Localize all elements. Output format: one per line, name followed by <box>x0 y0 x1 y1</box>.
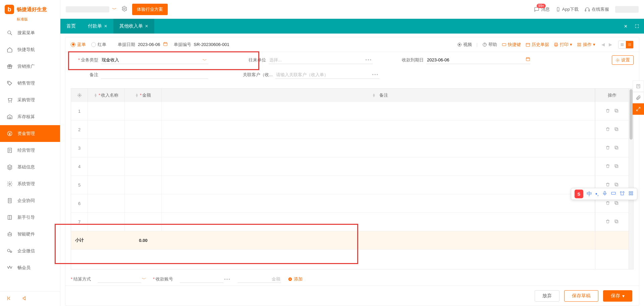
scrollbar-thumb[interactable] <box>630 89 633 140</box>
calendar-icon[interactable] <box>163 42 168 47</box>
edge-expand-icon[interactable] <box>633 103 644 115</box>
save-draft-button[interactable]: 保存草稿 <box>564 290 598 302</box>
sidebar-item-hardware[interactable]: 智能硬件 <box>0 226 60 243</box>
sidebar-item-basic[interactable]: 基础信息 <box>0 159 60 175</box>
edge-attachment-icon[interactable] <box>633 92 644 103</box>
table-row[interactable]: 5 <box>71 176 595 194</box>
sidebar-item-quicknav[interactable]: 快捷导航 <box>0 41 60 58</box>
fullscreen-icon[interactable] <box>633 22 641 30</box>
sound-icon[interactable] <box>22 296 28 302</box>
copy-row-icon[interactable] <box>614 201 619 206</box>
delete-row-icon[interactable] <box>605 145 610 151</box>
messages-button[interactable]: 99+ 消息 <box>534 6 550 12</box>
relcust-input[interactable] <box>275 71 379 79</box>
copy-row-icon[interactable] <box>614 127 619 133</box>
customer-service-button[interactable]: 在线客服 <box>585 6 609 12</box>
ime-mic-icon[interactable] <box>602 191 607 197</box>
sidebar-item-system[interactable]: 系统管理 <box>0 175 60 192</box>
account-input[interactable] <box>180 275 223 283</box>
help-button[interactable]: 帮助 <box>482 42 497 48</box>
delete-row-icon[interactable] <box>605 201 610 206</box>
print-button[interactable]: 打印▾ <box>554 42 572 48</box>
sidebar-item-coop[interactable]: 企业协同 <box>0 192 60 209</box>
copy-row-icon[interactable] <box>614 145 619 151</box>
sidebar-item-wecom[interactable]: 企业微信 <box>0 243 60 259</box>
delete-row-icon[interactable] <box>605 127 610 133</box>
chevron-down-icon[interactable]: ﹀ <box>203 57 207 63</box>
sidebar-item-vip[interactable]: 畅会员 <box>0 259 60 276</box>
ime-toolbox-icon[interactable] <box>628 191 634 197</box>
ime-toolbar[interactable]: S 中 •, <box>571 188 637 200</box>
view-compact-icon[interactable] <box>626 41 633 48</box>
view-list-icon[interactable] <box>619 41 626 48</box>
chevron-down-icon[interactable]: ﹀ <box>142 276 146 282</box>
copy-row-icon[interactable] <box>614 219 619 225</box>
col-remark[interactable]: ▲▼ 备注 <box>162 89 595 102</box>
sidebar-item-marketing[interactable]: 营销推广 <box>0 58 60 75</box>
table-row[interactable]: 6 <box>71 194 595 213</box>
tab-payment[interactable]: 付款单✕ <box>82 19 113 34</box>
history-button[interactable]: 历史单据 <box>526 42 549 48</box>
form-settings-button[interactable]: 设置 <box>612 55 634 65</box>
edge-note-icon[interactable] <box>633 81 644 92</box>
add-settlement-button[interactable]: 添加 <box>288 276 303 282</box>
radio-red[interactable]: 红单 <box>91 42 106 48</box>
close-icon[interactable]: ✕ <box>145 24 148 29</box>
table-row[interactable]: 3 <box>71 139 595 157</box>
sidebar-item-operation[interactable]: 经营管理 <box>0 142 60 159</box>
close-icon[interactable]: ✕ <box>104 24 107 29</box>
copy-row-icon[interactable] <box>614 182 619 188</box>
ime-lang[interactable]: 中 <box>587 191 592 198</box>
amount-input[interactable] <box>237 275 281 283</box>
app-download-button[interactable]: App下载 <box>556 6 579 12</box>
user-avatar[interactable] <box>615 6 639 13</box>
table-row[interactable]: 2 <box>71 120 595 139</box>
ime-keyboard-icon[interactable] <box>611 191 616 197</box>
due-date-input[interactable] <box>426 56 530 64</box>
more-icon[interactable]: ••• <box>224 277 231 282</box>
sidebar-item-purchase[interactable]: 采购管理 <box>0 92 60 108</box>
sidebar-item-search[interactable]: 搜索菜单 <box>0 24 60 41</box>
video-button[interactable]: 视频 <box>457 42 472 48</box>
ime-skin-icon[interactable] <box>620 191 625 197</box>
table-row[interactable]: 7 <box>71 213 595 231</box>
shortcut-button[interactable]: 快捷键 <box>502 42 521 48</box>
more-icon[interactable]: ••• <box>372 72 379 77</box>
partner-input[interactable] <box>269 56 373 64</box>
sidebar-item-guide[interactable]: 新手引导 <box>0 209 60 226</box>
table-row[interactable]: 1 <box>71 102 595 120</box>
col-income-name[interactable]: ▲▼收入名称 <box>88 89 125 102</box>
org-selector[interactable]: ﹀ <box>66 6 117 12</box>
settings-icon[interactable] <box>121 6 127 13</box>
sidebar-item-stock[interactable]: 库存核算 <box>0 108 60 125</box>
operation-button[interactable]: 操作▾ <box>577 42 595 48</box>
copy-row-icon[interactable] <box>614 164 619 169</box>
ime-punct-icon[interactable]: •, <box>595 191 599 197</box>
tab-home[interactable]: 首页 <box>60 19 82 34</box>
delete-row-icon[interactable] <box>605 108 610 114</box>
delete-row-icon[interactable] <box>605 164 610 169</box>
date-value[interactable]: 2023-06-06 <box>138 42 160 47</box>
grid-scrollbar[interactable] <box>629 89 633 269</box>
tab-other-income[interactable]: 其他收入单✕ <box>113 19 154 34</box>
collapse-icon[interactable] <box>7 296 12 302</box>
delete-row-icon[interactable] <box>605 219 610 225</box>
delete-row-icon[interactable] <box>605 182 610 188</box>
save-button[interactable]: 保存▾ <box>603 290 632 302</box>
remark-input[interactable] <box>101 71 208 79</box>
sidebar-item-funds[interactable]: 资金管理 <box>0 125 60 142</box>
more-icon[interactable]: ••• <box>365 57 372 62</box>
radio-blue[interactable]: 蓝单 <box>71 42 86 48</box>
table-row[interactable]: 4 <box>71 157 595 176</box>
grid-settings-icon[interactable] <box>71 89 88 102</box>
settle-method-input[interactable] <box>98 275 141 283</box>
sidebar-item-sales[interactable]: 销售管理 <box>0 75 60 92</box>
calendar-icon[interactable] <box>526 57 530 62</box>
trial-button[interactable]: 体验行业方案 <box>132 4 168 15</box>
prev-record-icon[interactable]: ◀ <box>600 42 606 47</box>
tab-close-all-icon[interactable]: ✕ <box>622 22 629 30</box>
next-record-icon[interactable]: ▶ <box>607 42 613 47</box>
copy-row-icon[interactable] <box>614 108 619 114</box>
col-amount[interactable]: ▲▼金额 <box>125 89 162 102</box>
biz-type-input[interactable] <box>101 56 208 64</box>
